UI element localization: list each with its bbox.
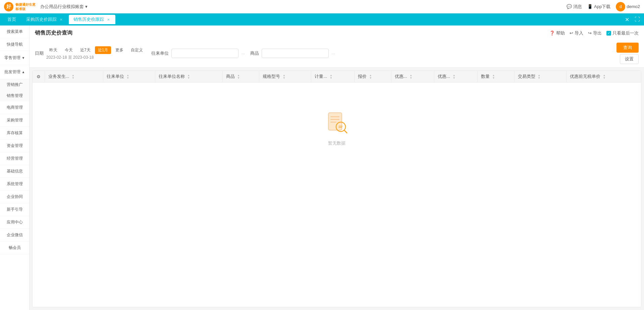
app-download-button[interactable]: 📱 App下载 bbox=[587, 4, 610, 10]
partner-input[interactable] bbox=[171, 49, 238, 58]
workspace-selector[interactable]: 办公用品行业模拟账套 ▾ bbox=[38, 3, 90, 10]
user-profile-button[interactable]: d demo2 bbox=[616, 2, 640, 11]
import-button[interactable]: ↩ 导入 bbox=[570, 30, 583, 36]
date-btn-custom[interactable]: 自定义 bbox=[128, 46, 146, 54]
date-btn-1month[interactable]: 近1月 bbox=[95, 46, 111, 54]
page-actions: ❓ 帮助 ↩ 导入 ↪ 导出 ✓ 只看最后一次 bbox=[549, 30, 639, 36]
col-product[interactable]: 商品 ▲▼ bbox=[222, 71, 259, 83]
empty-text: 暂无数据 bbox=[328, 140, 345, 146]
col-biz-date[interactable]: 业务发生... ▲▼ bbox=[45, 71, 103, 83]
sales-mgmt-label: 销售管理 bbox=[7, 93, 23, 98]
sidebar-item-app-center[interactable]: 应用中心 bbox=[0, 216, 29, 229]
sidebar-item-marketing-promo[interactable]: 营销推广 bbox=[0, 79, 29, 90]
col-quoted-price[interactable]: 报价 ▲▼ bbox=[355, 71, 391, 83]
filter-action-group: 查询 设置 bbox=[616, 43, 639, 64]
message-button[interactable]: 💬 消息 bbox=[567, 4, 582, 10]
tab-close-all-icon[interactable]: ✕ bbox=[624, 15, 631, 24]
sort-arrows-biz-date: ▲▼ bbox=[72, 74, 74, 80]
sidebar-item-quick-nav[interactable]: 快捷导航 bbox=[0, 38, 29, 51]
quick-nav-label: 快捷导航 bbox=[7, 42, 23, 47]
date-btn-more[interactable]: 更多 bbox=[112, 46, 126, 54]
system-mgmt-label: 系统管理 bbox=[7, 181, 23, 187]
col-partner-name-label: 往来单位名称 bbox=[159, 74, 185, 79]
tab-purchase-history-close[interactable]: ✕ bbox=[59, 17, 63, 22]
search-button[interactable]: 查询 bbox=[616, 43, 639, 53]
app-download-label: App下载 bbox=[594, 4, 610, 10]
member-club-label: 畅会员 bbox=[9, 245, 21, 251]
sidebar-item-member-club[interactable]: 畅会员 bbox=[0, 242, 29, 254]
col-pre-tax-price[interactable]: 优惠前无税单价 ▲▼ bbox=[566, 71, 641, 83]
tab-purchase-history[interactable]: 采购历史价跟踪 ✕ bbox=[21, 15, 68, 24]
col-discount1-label: 优惠... bbox=[395, 74, 407, 79]
workspace-chevron-icon: ▾ bbox=[85, 4, 88, 9]
col-spec[interactable]: 规格型号 ▲▼ bbox=[259, 71, 311, 83]
help-button[interactable]: ❓ 帮助 bbox=[549, 30, 565, 36]
col-discount2[interactable]: 优惠... ▲▼ bbox=[434, 71, 478, 83]
col-trade-type-label: 交易类型 bbox=[518, 74, 535, 79]
col-quantity[interactable]: 数量 ▲▼ bbox=[477, 71, 514, 83]
retail-mgmt-arrow-icon: ▼ bbox=[22, 56, 25, 60]
sidebar-item-sales-mgmt[interactable]: 销售管理 bbox=[0, 90, 29, 101]
sidebar-item-operation-mgmt[interactable]: 经营管理 bbox=[0, 152, 29, 165]
data-table: ⚙ 业务发生... ▲▼ 往来单位 ▲▼ 往来单位名称 ▲▼ bbox=[33, 71, 641, 173]
message-icon: 💬 bbox=[567, 4, 572, 9]
sidebar-item-finance-mgmt[interactable]: 资金管理 bbox=[0, 140, 29, 152]
col-gear[interactable]: ⚙ bbox=[33, 71, 45, 83]
col-partner-name[interactable]: 往来单位名称 ▲▼ bbox=[155, 71, 222, 83]
empty-state: 暂无数据 bbox=[33, 83, 641, 173]
col-spec-label: 规格型号 bbox=[263, 74, 280, 79]
col-biz-date-label: 业务发生... bbox=[48, 74, 69, 79]
sidebar-item-enterprise-wechat[interactable]: 企业微信 bbox=[0, 229, 29, 242]
product-input[interactable] bbox=[262, 49, 329, 58]
col-unit[interactable]: 计量... ▲▼ bbox=[311, 71, 355, 83]
sidebar-item-wholesale-mgmt[interactable]: 批发管理 ▲ bbox=[0, 65, 29, 79]
date-btn-7days[interactable]: 近7天 bbox=[77, 46, 94, 54]
date-btn-yesterday[interactable]: 昨天 bbox=[46, 46, 60, 54]
table-container: ⚙ 业务发生... ▲▼ 往来单位 ▲▼ 往来单位名称 ▲▼ bbox=[32, 70, 641, 307]
logo-text: 畅捷通好生意 标准版 bbox=[15, 2, 36, 11]
search-menu-label: 搜索菜单 bbox=[7, 29, 23, 35]
tab-home[interactable]: 首页 bbox=[3, 15, 21, 24]
sidebar-item-search-menu[interactable]: 搜索菜单 bbox=[0, 25, 29, 38]
date-btn-today[interactable]: 今天 bbox=[62, 46, 76, 54]
export-icon: ↪ bbox=[588, 31, 592, 36]
sidebar-item-new-guide[interactable]: 新手引导 bbox=[0, 203, 29, 216]
empty-illustration bbox=[323, 109, 350, 136]
date-range-text: 2023-02-18 至 2023-03-18 bbox=[46, 55, 146, 60]
sidebar-item-system-mgmt[interactable]: 系统管理 bbox=[0, 178, 29, 191]
col-quoted-price-label: 报价 bbox=[358, 74, 367, 79]
content-area: 销售历史价查询 ❓ 帮助 ↩ 导入 ↪ 导出 ✓ bbox=[30, 25, 644, 310]
tab-maximize-icon[interactable]: ⛶ bbox=[633, 15, 641, 24]
export-button[interactable]: ↪ 导出 bbox=[588, 30, 602, 36]
partner-filter-group: 往来单位 ··· bbox=[151, 49, 245, 58]
import-icon: ↩ bbox=[570, 31, 573, 36]
sidebar-item-basic-info[interactable]: 基础信息 bbox=[0, 165, 29, 178]
import-label: 导入 bbox=[575, 30, 583, 36]
date-label: 日期 bbox=[35, 50, 44, 56]
sidebar-item-ecommerce-mgmt[interactable]: 电商管理 bbox=[0, 101, 29, 114]
settings-button[interactable]: 设置 bbox=[620, 54, 639, 64]
product-more-icon[interactable]: ··· bbox=[331, 51, 335, 56]
checkbox-icon: ✓ bbox=[606, 31, 611, 36]
help-label: 帮助 bbox=[556, 30, 565, 36]
avatar: d bbox=[616, 2, 625, 11]
sort-arrows-quoted-price: ▲▼ bbox=[369, 74, 372, 80]
partner-more-icon[interactable]: ··· bbox=[241, 51, 245, 56]
username-label: demo2 bbox=[627, 4, 640, 9]
tab-sales-history-close[interactable]: ✕ bbox=[106, 17, 111, 22]
help-icon: ❓ bbox=[549, 31, 555, 36]
sidebar-item-inventory-check[interactable]: 库存核算 bbox=[0, 127, 29, 140]
only-last-checkbox[interactable]: ✓ 只看最后一次 bbox=[606, 30, 639, 36]
wholesale-mgmt-label: 批发管理 bbox=[4, 69, 20, 75]
col-discount1[interactable]: 优惠... ▲▼ bbox=[391, 71, 434, 83]
sidebar-item-purchase-mgmt[interactable]: 采购管理 bbox=[0, 114, 29, 127]
sort-arrows-discount1: ▲▼ bbox=[410, 74, 412, 80]
tab-sales-history[interactable]: 销售历史价跟踪 ✕ bbox=[69, 15, 115, 24]
sidebar-item-retail-mgmt[interactable]: 零售管理 ▼ bbox=[0, 51, 29, 65]
sidebar-item-enterprise-collab[interactable]: 企业协同 bbox=[0, 191, 29, 203]
col-trade-type[interactable]: 交易类型 ▲▼ bbox=[514, 71, 566, 83]
sort-arrows-partner-name: ▲▼ bbox=[187, 74, 190, 80]
col-discount2-label: 优惠... bbox=[438, 74, 450, 79]
page-title-row: 销售历史价查询 ❓ 帮助 ↩ 导入 ↪ 导出 ✓ bbox=[35, 30, 639, 37]
col-partner-code[interactable]: 往来单位 ▲▼ bbox=[103, 71, 155, 83]
